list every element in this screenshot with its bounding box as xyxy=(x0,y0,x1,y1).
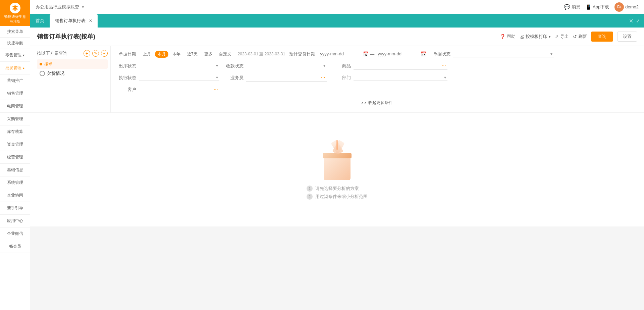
messages-label: 消息 xyxy=(572,4,580,10)
product-select[interactable]: ··· xyxy=(354,62,447,70)
sidebar-quick[interactable]: 快捷导航 xyxy=(0,38,30,49)
dropdown-icon[interactable]: ▾ xyxy=(82,4,84,9)
customer-dots-icon: ··· xyxy=(214,86,218,92)
logo-icon xyxy=(10,3,20,13)
product-label: 商品 xyxy=(331,63,351,69)
edit-scheme-icon[interactable]: ✎ xyxy=(92,50,99,57)
export-btn[interactable]: ↗ 导出 xyxy=(555,34,569,40)
filter-exec-item: 执行状态 ▾ xyxy=(116,74,219,81)
outstock-chevron-icon: ▾ xyxy=(216,63,218,68)
collapse-btn[interactable]: ∧∧ 收起更多条件 xyxy=(361,100,392,106)
dept-label: 部门 xyxy=(331,75,351,81)
sidebar: 畅捷通好生意 标准版 搜索菜单 快捷导航 零售管理 ▾ 批发管理 ▴ 营销推广 … xyxy=(0,0,30,310)
filter-date-item: 单据日期 上月 本月 本年 近7天 更多 自定义 2023-03-01 至 20… xyxy=(116,51,285,58)
tab-sales-order[interactable]: 销售订单执行表 ✕ xyxy=(50,14,98,28)
box-spark xyxy=(336,140,338,150)
tab-close-icon[interactable]: ✕ xyxy=(89,18,92,23)
period-this-year[interactable]: 本年 xyxy=(170,51,183,58)
tab-home[interactable]: 首页 xyxy=(30,14,50,28)
sidebar-item-marketing[interactable]: 营销推广 xyxy=(0,74,30,87)
receive-select[interactable]: ▾ xyxy=(246,63,327,69)
scheme-item-shortage[interactable]: 欠货情况 xyxy=(37,69,108,78)
receive-chevron-icon: ▾ xyxy=(323,63,325,68)
sidebar-item-operations[interactable]: 经营管理 xyxy=(0,151,30,164)
refresh-btn[interactable]: ↺ 刷新 xyxy=(573,34,587,40)
tab-expand-icon[interactable]: ⤢ xyxy=(636,18,640,23)
chevron-down-icon: ▾ xyxy=(23,53,24,57)
sidebar-item-wholesale[interactable]: 批发管理 ▴ xyxy=(0,62,30,74)
sidebar-item-label: 系统管理 xyxy=(7,180,23,186)
sidebar-item-label: 零售管理 xyxy=(5,52,21,58)
sidebar-item-member[interactable]: 畅会员 xyxy=(0,240,30,253)
help-btn[interactable]: ❓ 帮助 xyxy=(500,34,516,40)
hint-text-1: 请先选择要分析的方案 xyxy=(315,186,359,192)
sidebar-item-sales[interactable]: 销售管理 xyxy=(0,87,30,100)
nav-title: 办公用品行业模拟账套 xyxy=(36,4,79,10)
exec-label: 执行状态 xyxy=(116,75,136,81)
expected-date-start-input[interactable] xyxy=(318,50,362,58)
period-custom[interactable]: 自定义 xyxy=(216,51,234,58)
app-download-btn[interactable]: 📱 App下载 xyxy=(586,4,609,10)
sidebar-item-finance[interactable]: 资金管理 xyxy=(0,138,30,151)
app-name: 畅捷通好生意 xyxy=(4,14,26,19)
query-button[interactable]: 查询 xyxy=(591,32,613,42)
settings-button[interactable]: 设置 xyxy=(617,32,637,42)
exec-select[interactable]: ▾ xyxy=(139,74,219,81)
help-label: 帮助 xyxy=(507,34,516,40)
doc-status-select[interactable]: ▾ xyxy=(453,51,554,57)
dept-select[interactable]: ▾ xyxy=(354,74,447,81)
filter-area: 按以下方案查询 + ✎ « 按单 欠货情况 xyxy=(30,46,644,113)
calendar-icon-end[interactable]: 📅 xyxy=(421,51,426,57)
sidebar-item-onboarding[interactable]: 新手引导 xyxy=(0,202,30,215)
app-subtitle: 标准版 xyxy=(4,19,26,23)
hint-number-1: 1 xyxy=(307,186,313,192)
scheme-item-order[interactable]: 按单 xyxy=(37,59,108,69)
sidebar-item-purchase[interactable]: 采购管理 xyxy=(0,113,30,125)
sidebar-item-wecom[interactable]: 企业微信 xyxy=(0,227,30,240)
calendar-icon-start[interactable]: 📅 xyxy=(363,51,369,57)
period-more[interactable]: 更多 xyxy=(202,51,215,58)
collapse-left-icon[interactable]: « xyxy=(101,50,108,57)
expected-date-end-input[interactable] xyxy=(376,50,419,58)
main-area: 办公用品行业模拟账套 ▾ 💬 消息 📱 App下载 Ea demo2 首页 xyxy=(30,0,644,310)
sidebar-item-ecommerce[interactable]: 电商管理 xyxy=(0,100,30,113)
sidebar-item-appcenter[interactable]: 应用中心 xyxy=(0,215,30,227)
hint-number-2: 2 xyxy=(307,194,313,200)
filter-row-1: 单据日期 上月 本月 本年 近7天 更多 自定义 2023-03-01 至 20… xyxy=(116,50,637,58)
inactive-dot-icon xyxy=(40,71,45,76)
dept-chevron-icon: ▾ xyxy=(444,75,446,80)
add-scheme-icon[interactable]: + xyxy=(84,50,90,57)
sidebar-item-label: 企业微信 xyxy=(7,231,23,237)
tab-close-window-icon[interactable]: ✕ xyxy=(629,18,633,24)
period-last-month[interactable]: 上月 xyxy=(140,51,154,58)
empty-hints: 1 请先选择要分析的方案 2 用过滤条件来缩小分析范围 xyxy=(307,186,368,200)
template-print-btn[interactable]: 🖨 按模板打印 ▾ xyxy=(520,34,551,40)
outstock-select[interactable]: ▾ xyxy=(139,63,219,69)
active-dot-icon xyxy=(40,63,42,65)
user-avatar-btn[interactable]: Ea demo2 xyxy=(614,2,639,12)
salesperson-select[interactable]: ··· xyxy=(246,74,327,82)
filter-right-panel: 单据日期 上月 本月 本年 近7天 更多 自定义 2023-03-01 至 20… xyxy=(111,46,637,112)
box-body xyxy=(324,157,351,180)
collapse-up-icon: ∧∧ xyxy=(361,101,367,105)
hint-text-2: 用过滤条件来缩小分析范围 xyxy=(315,194,368,200)
sidebar-item-retail[interactable]: 零售管理 ▾ xyxy=(0,49,30,62)
sidebar-item-label: 营销推广 xyxy=(7,78,23,84)
period-7days[interactable]: 近7天 xyxy=(184,51,200,58)
outstock-label: 出库状态 xyxy=(116,63,136,69)
period-this-month[interactable]: 本月 xyxy=(155,51,168,58)
sidebar-item-system[interactable]: 系统管理 xyxy=(0,176,30,189)
messages-btn[interactable]: 💬 消息 xyxy=(564,4,580,10)
page-actions: ❓ 帮助 🖨 按模板打印 ▾ ↗ 导出 ↺ 刷新 xyxy=(500,32,637,42)
exec-chevron-icon: ▾ xyxy=(216,75,218,80)
sidebar-search[interactable]: 搜索菜单 xyxy=(0,26,30,38)
customer-select[interactable]: ··· xyxy=(139,86,219,93)
date-range-text: 2023-03-01 至 2023-03-31 xyxy=(238,51,285,57)
sidebar-item-label: 企业协同 xyxy=(7,193,23,198)
header-left: 办公用品行业模拟账套 ▾ xyxy=(36,4,84,10)
filter-receive-item: 收款状态 ▾ xyxy=(223,63,327,69)
sidebar-item-basic[interactable]: 基础信息 xyxy=(0,164,30,176)
expected-date-label: 预计交货日期 xyxy=(289,51,315,57)
sidebar-item-collaboration[interactable]: 企业协同 xyxy=(0,189,30,202)
sidebar-item-inventory[interactable]: 库存核算 xyxy=(0,125,30,138)
